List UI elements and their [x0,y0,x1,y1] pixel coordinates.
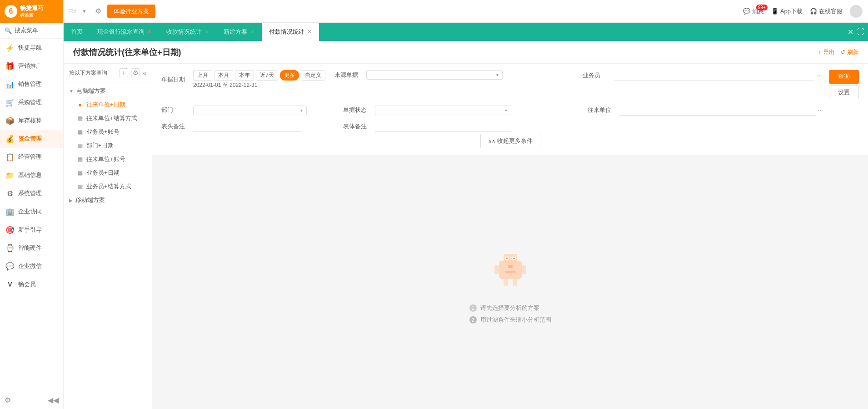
scheme-unit-settle-icon: ▦ [76,115,84,122]
source-select[interactable]: ▾ [366,70,503,80]
dept-select[interactable]: ▾ [193,106,307,115]
collapse-more-btn[interactable]: ∧∧ 收起更多条件 [480,134,540,148]
left-panel-header: 按以下方案查询 + ⚙ « [64,64,152,82]
scheme-unit-settle[interactable]: ▦ 往来单位+结算方式 [64,111,152,125]
date-btn-this-month[interactable]: 本月 [214,70,233,81]
sidebar-item-operation[interactable]: 📋 经营管理 [0,148,63,166]
scheme-dept-date-icon: ▦ [76,142,84,149]
scheme-dept-date-label: 部门+日期 [86,141,114,150]
staff-input[interactable] [614,70,815,81]
tab-actions: ✕ ⛶ [844,23,868,41]
date-btn-last-7days[interactable]: 近7天 [256,70,278,81]
collapse-sidebar-icon[interactable]: ◀◀ [48,396,59,404]
scheme-unit-account-icon: ▦ [76,156,84,163]
collapse-left-panel-btn[interactable]: « [143,69,146,76]
tab-receipt-close-icon[interactable]: ✕ [205,29,209,35]
sales-icon: 📊 [5,80,15,89]
tab-new[interactable]: 新建方案 ✕ [216,23,262,41]
sidebar-item-search[interactable]: 🔍 搜索菜单 [0,23,63,39]
refresh-icon: ↺ [840,49,845,56]
staff-more-btn[interactable]: ··· [817,72,822,79]
pc-scheme-arrow-icon: ▼ [69,89,74,94]
app-download-btn[interactable]: 📱 App下载 [771,7,803,15]
table-body-note-input[interactable] [375,121,511,132]
sales-label: 销售管理 [18,80,42,88]
sidebar-item-marketing[interactable]: 🎁 营销推广 [0,57,63,75]
inventory-label: 库存核算 [18,116,42,125]
tab-receipt[interactable]: 收款情况统计 ✕ [159,23,216,41]
scheme-staff-settle[interactable]: ▦ 业务员+结算方式 [64,180,152,193]
date-btn-this-year[interactable]: 本年 [235,70,254,81]
online-service-btn[interactable]: 🎧 在线客服 [810,7,843,15]
tip-1-text: 请先选择要分析的方案 [480,304,539,312]
sidebar-item-guide[interactable]: 🎯 新手引导 [0,221,63,239]
unit-input[interactable] [619,105,816,116]
topbar-dropdown-icon[interactable]: ▾ [80,7,89,16]
sidebar-item-quick-nav[interactable]: ⚡ 快捷导航 [0,39,63,57]
svg-rect-0 [499,261,522,279]
bill-status-select[interactable]: ▾ [375,106,511,115]
scheme-unit-date[interactable]: ● 往来单位+日期 [64,98,152,111]
tab-expand-icon[interactable]: ⛶ [857,28,864,36]
query-btn[interactable]: 查询 [829,70,859,84]
message-badge: 99+ [756,5,768,10]
logo-icon: 6 [5,5,17,18]
search-icon: 🔍 [5,27,12,34]
tab-close-all-icon[interactable]: ✕ [848,28,853,36]
empty-illustration [488,245,533,290]
sidebar-item-finance[interactable]: 💰 资金管理 [0,130,63,148]
bill-status-arrow-icon: ▾ [505,108,507,113]
sidebar-item-basic[interactable]: 📁 基础信息 [0,166,63,184]
messages-btn[interactable]: 💬 消息 99+ [743,7,764,15]
add-scheme-btn[interactable]: + [119,68,128,77]
trial-btn[interactable]: 体验行业方案 [107,5,155,18]
operation-icon: 📋 [5,152,15,162]
sidebar-item-hardware[interactable]: ⌚ 智能硬件 [0,239,63,257]
sidebar-item-sales[interactable]: 📊 销售管理 [0,75,63,93]
empty-tip-2: 2 用过滤条件来缩小分析范围 [469,316,551,324]
scheme-dept-date[interactable]: ▦ 部门+日期 [64,139,152,152]
bill-date-label: 单据日期 [161,76,193,84]
sidebar-item-purchase[interactable]: 🛒 采购管理 [0,93,63,111]
sidebar: 6 畅捷通巧 标准版 🔍 搜索菜单 ⚡ 快捷导航 🎁 营销推广 📊 销售管理 🛒… [0,0,64,409]
sidebar-item-vip[interactable]: V 畅会员 [0,275,63,293]
tab-new-close-icon[interactable]: ✕ [250,29,254,35]
pc-scheme-group: ▼ 电脑端方案 ● 往来单位+日期 ▦ 往来单位+结算方式 ▦ 业务员+账号 ▦ [64,84,152,193]
collapse-up-icon: ∧∧ [488,138,495,144]
table-header-note-input[interactable] [193,121,302,132]
tip-num-1: 1 [469,304,477,312]
date-btn-custom[interactable]: 自定义 [301,70,325,81]
wechat-label: 企业微信 [18,262,42,270]
tab-bank[interactable]: 现金银行流水查询 ✕ [90,23,159,41]
date-btn-more[interactable]: 更多 [280,70,299,81]
sidebar-item-enterprise[interactable]: 🏢 企业协同 [0,202,63,221]
settings-icon[interactable]: ⚙ [5,396,11,404]
mobile-scheme-group-header[interactable]: ▶ 移动端方案 [64,193,152,207]
topbar-left: Rit ▾ ⚙ 体验行业方案 [69,5,155,18]
scheme-unit-account[interactable]: ▦ 往来单位+账号 [64,152,152,166]
tab-home[interactable]: 首页 [64,23,90,41]
setting-btn[interactable]: 设置 [829,86,859,99]
inventory-icon: 📦 [5,116,15,125]
export-btn[interactable]: ↑ 导出 [818,48,835,56]
mobile-scheme-arrow-icon: ▶ [69,198,73,203]
scheme-staff-date[interactable]: ▦ 业务员+日期 [64,166,152,180]
hardware-label: 智能硬件 [18,244,42,252]
tab-payment[interactable]: 付款情况统计 ✕ [262,23,319,41]
sidebar-item-system[interactable]: ⚙ 系统管理 [0,184,63,202]
unit-more-btn[interactable]: ··· [818,107,823,113]
topbar-gear-icon[interactable]: ⚙ [93,6,104,17]
refresh-btn[interactable]: ↺ 刷新 [840,48,859,56]
scheme-settings-btn[interactable]: ⚙ [131,68,140,77]
user-avatar[interactable] [850,5,863,18]
scheme-staff-account[interactable]: ▦ 业务员+账号 [64,125,152,139]
tab-payment-close-icon[interactable]: ✕ [307,29,312,35]
tab-bank-close-icon[interactable]: ✕ [147,29,152,35]
tab-receipt-label: 收款情况统计 [166,28,202,36]
sidebar-item-inventory[interactable]: 📦 库存核算 [0,111,63,130]
collapse-more-row: ∧∧ 收起更多条件 [161,134,859,148]
sidebar-item-wechat[interactable]: 💬 企业微信 [0,257,63,275]
page-actions: ↑ 导出 ↺ 刷新 [818,48,859,56]
date-btn-last-month[interactable]: 上月 [193,70,212,81]
pc-scheme-group-header[interactable]: ▼ 电脑端方案 [64,84,152,98]
